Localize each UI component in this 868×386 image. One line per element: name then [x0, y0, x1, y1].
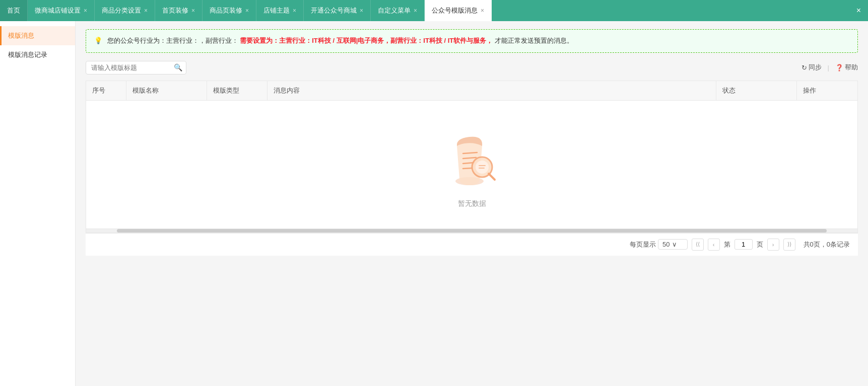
search-icon[interactable]: 🔍 — [174, 63, 182, 71]
nav-tab-template-msg[interactable]: 公众号模版消息 × — [425, 0, 492, 21]
nav-tab-product-category[interactable]: 商品分类设置 × — [95, 0, 155, 21]
table-header: 序号 模版名称 模版类型 消息内容 状态 操作 — [86, 81, 857, 101]
nav-tab-custom-menu[interactable]: 自定义菜单 × — [371, 0, 425, 21]
page-total: 共0页，0条记录 — [804, 240, 850, 249]
horizontal-scrollbar[interactable] — [86, 228, 857, 233]
th-content: 消息内容 — [268, 81, 716, 100]
sidebar-item-template-msg-log[interactable]: 模版消息记录 — [0, 45, 75, 64]
svg-line-7 — [489, 174, 495, 180]
nav-tab-home[interactable]: 首页 — [0, 0, 28, 21]
close-icon[interactable]: × — [245, 7, 249, 14]
close-icon[interactable]: × — [414, 7, 417, 14]
pagination: 每页显示 50 ∨ ⟨⟨ ‹ 第 页 › ⟩⟩ 共0页，0条记录 — [86, 233, 858, 256]
close-icon[interactable]: × — [360, 7, 363, 14]
notice-box: 💡 您的公众号行业为：主营行业：，副营行业： 需要设置为：主营行业：IT科技 /… — [86, 29, 858, 53]
search-bar: 🔍 ↻ 同步 | ❓ 帮助 — [86, 61, 858, 74]
divider: | — [828, 64, 829, 71]
main-content: 💡 您的公众号行业为：主营行业：，副营行业： 需要设置为：主营行业：IT科技 /… — [76, 21, 868, 386]
last-page-button[interactable]: ⟩⟩ — [783, 239, 795, 251]
search-left: 🔍 — [86, 61, 186, 74]
first-page-button[interactable]: ⟨⟨ — [692, 239, 704, 251]
nav-tab-open-shop[interactable]: 开通公众号商城 × — [304, 0, 371, 21]
close-icon[interactable]: × — [144, 7, 148, 14]
nav-tab-shop-theme[interactable]: 店铺主题 × — [256, 0, 304, 21]
search-right: ↻ 同步 | ❓ 帮助 — [802, 63, 858, 72]
empty-text: 暂无数据 — [458, 199, 486, 208]
chevron-down-icon: ∨ — [672, 241, 677, 248]
empty-illustration — [442, 131, 502, 191]
close-icon[interactable]: × — [84, 7, 87, 14]
svg-point-6 — [476, 161, 489, 174]
sync-button[interactable]: ↻ 同步 — [802, 63, 822, 72]
nav-tab-home-decor[interactable]: 首页装修 × — [155, 0, 203, 21]
data-table: 序号 模版名称 模版类型 消息内容 状态 操作 — [86, 81, 858, 233]
close-icon[interactable]: × — [191, 7, 195, 14]
help-button[interactable]: ❓ 帮助 — [835, 63, 858, 72]
nav-tab-wshop-setting[interactable]: 微商城店铺设置 × — [28, 0, 95, 21]
svg-line-4 — [463, 168, 472, 169]
th-status: 状态 — [716, 81, 797, 100]
scroll-thumb[interactable] — [117, 229, 827, 233]
close-icon[interactable]: × — [293, 7, 296, 14]
prev-page-button[interactable]: ‹ — [708, 239, 720, 251]
th-name: 模版名称 — [126, 81, 207, 100]
sync-icon: ↻ — [802, 64, 807, 71]
next-page-button[interactable]: › — [767, 239, 779, 251]
page-input[interactable] — [735, 239, 753, 250]
main-layout: 模版消息 模版消息记录 💡 您的公众号行业为：主营行业：，副营行业： 需要设置为… — [0, 21, 868, 386]
empty-state: 暂无数据 — [86, 101, 857, 228]
search-input[interactable] — [86, 61, 186, 74]
sidebar-item-template-msg[interactable]: 模版消息 — [0, 26, 75, 45]
th-action: 操作 — [797, 81, 857, 100]
top-nav: 首页 微商城店铺设置 × 商品分类设置 × 首页装修 × 商品页装修 × 店铺主… — [0, 0, 868, 21]
close-all-button[interactable]: × — [849, 6, 868, 15]
help-icon: ❓ — [835, 64, 843, 71]
nav-tab-product-decor[interactable]: 商品页装修 × — [203, 0, 256, 21]
page-size-dropdown[interactable]: 50 ∨ — [658, 239, 687, 250]
th-type: 模版类型 — [207, 81, 268, 100]
search-input-wrap: 🔍 — [86, 61, 186, 74]
page-size-select: 每页显示 50 ∨ — [630, 239, 687, 250]
sidebar: 模版消息 模版消息记录 — [0, 21, 76, 386]
th-index: 序号 — [86, 81, 126, 100]
close-icon[interactable]: × — [481, 7, 484, 14]
lightbulb-icon: 💡 — [94, 37, 102, 44]
